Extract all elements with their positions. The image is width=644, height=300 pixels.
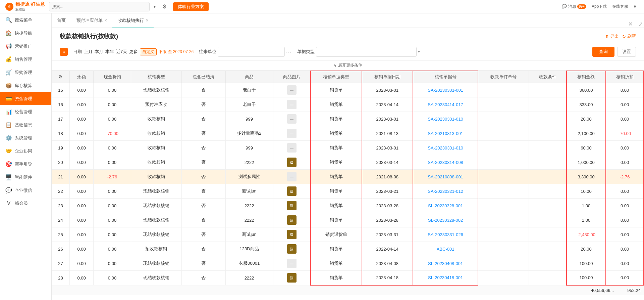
- filter-last-month[interactable]: 上月: [84, 49, 93, 55]
- cell-balance: 0.00: [69, 271, 94, 285]
- filter-this-month[interactable]: 本月: [95, 49, 103, 55]
- cell-id: 18: [52, 126, 69, 141]
- filter-type-select[interactable]: [316, 47, 417, 57]
- sidebar-item-purchase[interactable]: 🛒 采购管理: [0, 66, 51, 79]
- query-button[interactable]: 查询: [592, 47, 614, 57]
- filter-this-year[interactable]: 本年: [105, 49, 114, 55]
- cell-wo-bill-no[interactable]: SA-20230301-010: [413, 141, 478, 155]
- expand-conditions-btn[interactable]: ∨ 展开更多条件: [334, 62, 362, 68]
- dropdown-arrow[interactable]: ▾: [154, 4, 156, 9]
- cell-wo-bill-no[interactable]: SA-20230301-001: [413, 83, 478, 97]
- cell-wo-bill-type: 销货单: [311, 213, 362, 227]
- bill-no-link[interactable]: SA-20230301-010: [428, 145, 463, 151]
- cell-wo-bill-date: 2023-03-31: [362, 227, 413, 242]
- cell-wo-amount: 2,100.00: [567, 126, 606, 141]
- cell-id: 20: [52, 155, 69, 170]
- cell-wo-bill-date: 2023-03-28: [362, 213, 413, 227]
- filter-custom-btn[interactable]: 自定义: [140, 48, 157, 55]
- export-button[interactable]: ⬆ 导出: [605, 33, 619, 39]
- table-container[interactable]: ⚙ 余额 现金折扣 核销类型 包含已结清 商品 商品图片 核销单据类型 核销单据…: [52, 71, 644, 300]
- maximize-window-btn[interactable]: ⤢: [637, 20, 644, 28]
- sidebar-item-inventory[interactable]: 📦 库存核算: [0, 79, 51, 92]
- bill-no-link[interactable]: SA-20230314-008: [428, 160, 463, 165]
- filter-type-arrow[interactable]: ▾: [418, 49, 420, 54]
- tab-prepayment[interactable]: 预付冲应付单 ×: [71, 13, 112, 28]
- cell-wo-amount: 100.00: [567, 256, 606, 271]
- filter-last-7-days[interactable]: 近7天: [116, 49, 127, 55]
- close-window-btn[interactable]: ✕: [627, 20, 634, 28]
- cell-wo-bill-no[interactable]: SA-20230301-010: [413, 112, 478, 126]
- filter-unit-input[interactable]: [218, 47, 285, 57]
- app-download-link[interactable]: App下载: [592, 4, 607, 9]
- filter-toggle-btn[interactable]: »: [60, 48, 68, 56]
- table-footer: 40,556,66... 952.24: [52, 286, 644, 295]
- tab-home[interactable]: 首页: [52, 13, 71, 28]
- tab-prepayment-close[interactable]: ×: [105, 18, 107, 23]
- sidebar-item-basic[interactable]: 📋 基础信息: [0, 118, 51, 131]
- solution-button[interactable]: 体验行业方案: [173, 2, 209, 11]
- filter-more[interactable]: 更多: [129, 49, 138, 55]
- sidebar-item-wechat[interactable]: 💬 企业微信: [0, 184, 51, 197]
- sidebar-item-guide[interactable]: 🎯 新手引导: [0, 158, 51, 171]
- refresh-button[interactable]: ↻ 刷新: [622, 33, 636, 39]
- cell-receipt-condition: [529, 213, 567, 227]
- online-service-link[interactable]: 在线客服: [612, 4, 628, 9]
- bill-no-link[interactable]: SA-20210808-001: [428, 174, 463, 179]
- cell-wo-bill-no[interactable]: SL-20230408-001: [413, 256, 478, 271]
- cell-wo-bill-no[interactable]: ABC-001: [413, 242, 478, 256]
- cell-include-settled: 否: [181, 184, 225, 199]
- col-wo-discount: 核销折扣: [606, 71, 644, 83]
- sidebar-item-marketing[interactable]: 📢 营销推广: [0, 40, 51, 53]
- cell-wo-bill-no[interactable]: SL-20230328-002: [413, 213, 478, 227]
- cell-wo-bill-no[interactable]: SA-20230414-017: [413, 97, 478, 112]
- filter-unit-dots[interactable]: ···: [286, 49, 292, 54]
- cell-goods: 999: [225, 141, 273, 155]
- bill-no-link[interactable]: SL-20230328-002: [428, 218, 463, 223]
- cell-wo-bill-no[interactable]: SA-20230314-008: [413, 155, 478, 170]
- app-logo: 6 畅捷通·好生意 标准版: [5, 1, 45, 12]
- tab-writeoff-close[interactable]: ×: [146, 18, 148, 23]
- gear-icon[interactable]: ⚙: [160, 2, 169, 11]
- cell-wo-bill-no[interactable]: SA-20230331-026: [413, 227, 478, 242]
- bill-no-link[interactable]: SL-20230408-001: [428, 261, 463, 266]
- cell-writeoff-type: 现结收款核销: [131, 213, 181, 227]
- cell-goods-image: 🖼: [273, 155, 311, 170]
- sidebar-item-hardware[interactable]: 🖥️ 智能硬件: [0, 171, 51, 184]
- bill-no-link[interactable]: ABC-001: [437, 247, 454, 252]
- sidebar-item-member[interactable]: V 畅会员: [0, 197, 51, 210]
- sidebar-item-system[interactable]: ⚙️ 系统管理: [0, 131, 51, 144]
- bill-no-link[interactable]: SA-20210813-001: [428, 131, 463, 136]
- cell-wo-bill-no[interactable]: SA-20230321-012: [413, 184, 478, 199]
- bill-no-link[interactable]: SA-20230301-001: [428, 88, 463, 93]
- cell-id: 26: [52, 242, 69, 256]
- bill-no-link[interactable]: SA-20230321-012: [428, 189, 463, 194]
- sidebar-item-sales[interactable]: 💰 销售管理: [0, 53, 51, 66]
- bill-no-link[interactable]: SA-20230414-017: [428, 102, 463, 107]
- sidebar-item-management[interactable]: 📊 经营管理: [0, 105, 51, 118]
- cell-wo-discount: 0.00: [606, 83, 644, 97]
- message-link[interactable]: 💬 消息 99+: [562, 4, 586, 9]
- cell-wo-bill-no[interactable]: SA-20210813-001: [413, 126, 478, 141]
- tab-writeoff[interactable]: 收款核销执行 ×: [112, 13, 154, 28]
- cell-wo-bill-date: 2022-04-14: [362, 242, 413, 256]
- bill-no-link[interactable]: SL-20230418-001: [428, 275, 463, 280]
- cell-wo-bill-type: 销货单: [311, 256, 362, 271]
- cell-goods-image: —: [273, 170, 311, 184]
- bill-no-link[interactable]: SA-20230301-010: [428, 117, 463, 122]
- sidebar-item-collab[interactable]: 🤝 企业协同: [0, 144, 51, 158]
- cell-wo-bill-no[interactable]: SA-20210808-001: [413, 170, 478, 184]
- cell-wo-bill-no[interactable]: SL-20230418-001: [413, 271, 478, 285]
- cell-wo-bill-no[interactable]: SL-20230328-001: [413, 199, 478, 213]
- cell-wo-amount: 1.00: [567, 199, 606, 213]
- sidebar-item-quicknav[interactable]: 🏠 快捷导航: [0, 27, 51, 40]
- bill-no-link[interactable]: SA-20230331-026: [428, 232, 463, 237]
- cell-wo-amount: 10.00: [567, 184, 606, 199]
- search-input[interactable]: [49, 2, 150, 11]
- sidebar-item-search[interactable]: 🔍 搜索菜单: [0, 13, 51, 27]
- bill-no-link[interactable]: SL-20230328-001: [428, 203, 463, 208]
- settings-button[interactable]: 设置: [617, 47, 636, 57]
- cell-writeoff-type: 收款核销: [131, 112, 181, 126]
- cell-wo-discount: 0.00: [606, 227, 644, 242]
- table-row: 25 0.00 0.00 现结收款核销 否 测试jun 🖼 销货退货单 2023…: [52, 227, 644, 242]
- sidebar-item-finance[interactable]: 💳 资金管理: [0, 92, 51, 105]
